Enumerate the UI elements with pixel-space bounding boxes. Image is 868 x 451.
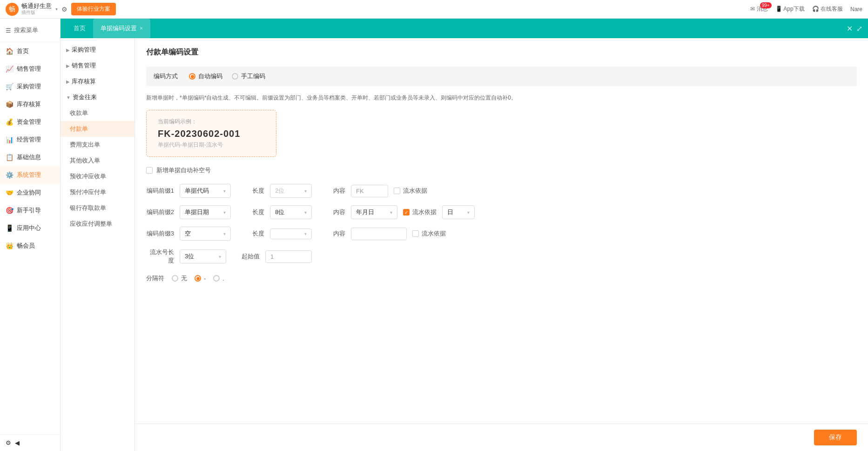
member-icon: 👑 xyxy=(6,242,13,249)
sidebar-item-member[interactable]: 👑 畅会员 xyxy=(0,237,60,255)
prefix1-serial-label: 流水依据 xyxy=(403,187,427,195)
logo-name: 畅通好生意 xyxy=(21,2,52,10)
sub-group-capital-header[interactable]: ▼ 资金往来 xyxy=(61,89,135,105)
sidebar-item-apps-label: 应用中心 xyxy=(17,224,41,232)
sidebar-item-operation[interactable]: 📊 经营管理 xyxy=(0,131,60,148)
sub-group-inventory-header[interactable]: ▶ 库存核算 xyxy=(61,74,135,89)
prefix1-length-select[interactable]: 2位 ▾ xyxy=(270,184,312,198)
sub-menu-expense[interactable]: 费用支出单 xyxy=(61,137,135,153)
top-bar-right: ✉ 消息 99+ 📱 App下载 🎧 在线客服 Nare xyxy=(750,5,862,13)
tab-home[interactable]: 首页 xyxy=(66,19,93,38)
footer-collapse-icon[interactable]: ◀ xyxy=(15,439,20,446)
sub-group-sales-header[interactable]: ▶ 销售管理 xyxy=(61,58,135,74)
prefix2-serial-unit-value: 日 xyxy=(447,208,453,216)
sep-dot-option[interactable]: . xyxy=(213,275,224,282)
sub-menu-advance-payment[interactable]: 预付冲应付单 xyxy=(61,184,135,200)
prefix2-length-value: 8位 xyxy=(275,208,284,216)
sub-menu-advance-receivable[interactable]: 预收冲应收单 xyxy=(61,168,135,184)
online-service[interactable]: 🎧 在线客服 xyxy=(812,5,843,13)
prefix3-content-input[interactable] xyxy=(351,228,407,240)
sidebar-item-purchase[interactable]: 🛒 采购管理 xyxy=(0,78,60,95)
dropdown-arrow-icon[interactable]: ▾ xyxy=(55,7,58,12)
sidebar-item-home[interactable]: 🏠 首页 xyxy=(0,42,60,60)
search-menu[interactable]: ☰ 搜索菜单 xyxy=(6,23,54,37)
prefix2-length-select[interactable]: 8位 ▾ xyxy=(270,205,312,219)
sub-group-sales-label: 销售管理 xyxy=(72,61,96,70)
auto-fill-checkbox[interactable] xyxy=(146,167,153,174)
system-icon: ⚙️ xyxy=(6,171,13,179)
manual-code-radio[interactable]: 手工编码 xyxy=(232,72,265,81)
sub-menu-advance-payment-label: 预付冲应付单 xyxy=(70,188,106,195)
user-area[interactable]: Nare xyxy=(850,6,862,13)
sep-none-label: 无 xyxy=(181,274,187,283)
sub-menu-receipt[interactable]: 收款单 xyxy=(61,105,135,121)
sidebar-item-basic[interactable]: 📋 基础信息 xyxy=(0,148,60,166)
sidebar-item-enterprise[interactable]: 🤝 企业协同 xyxy=(0,184,60,202)
prefix2-serial-unit-select[interactable]: 日 ▾ xyxy=(442,205,475,219)
save-button[interactable]: 保存 xyxy=(814,430,857,445)
sub-group-purchase: ▶ 采购管理 xyxy=(61,42,135,58)
prefix3-select[interactable]: 空 ▾ xyxy=(180,227,231,241)
prefix2-select[interactable]: 单据日期 ▾ xyxy=(180,205,231,219)
serial-length-value: 3位 xyxy=(185,252,194,261)
sub-group-purchase-label: 采购管理 xyxy=(72,46,96,54)
sep-none-option[interactable]: 无 xyxy=(172,274,187,283)
sub-group-sales: ▶ 销售管理 xyxy=(61,58,135,74)
sidebar-item-finance[interactable]: 💰 资金管理 xyxy=(0,113,60,131)
sub-group-inventory: ▶ 库存核算 xyxy=(61,74,135,89)
prefix3-serial-check[interactable]: 流水依据 xyxy=(412,229,446,238)
sub-menu-payment-label: 付款单 xyxy=(70,125,88,132)
finance-icon: 💰 xyxy=(6,118,13,126)
prefix2-content-select[interactable]: 年月日 ▾ xyxy=(351,205,397,219)
messages-badge: 99+ xyxy=(760,2,772,8)
sub-menu-receipt-label: 收款单 xyxy=(70,109,88,116)
prefix1-serial-checkbox xyxy=(394,188,400,194)
prefix2-serial-label: 流水依据 xyxy=(412,208,437,216)
serial-length-select[interactable]: 3位 ▾ xyxy=(180,249,226,263)
footer-settings-icon[interactable]: ⚙ xyxy=(6,439,11,446)
sub-menu-bank-deposit[interactable]: 银行存取款单 xyxy=(61,200,135,216)
prefix2-serial-check[interactable]: ✓ 流水依据 xyxy=(403,208,437,216)
logo-icon: 畅 xyxy=(6,3,19,16)
prefix1-select[interactable]: 单据代码 ▾ xyxy=(180,184,231,198)
user-name: Nare xyxy=(850,6,862,13)
start-value-input[interactable] xyxy=(265,250,312,263)
sidebar-item-sales[interactable]: 📈 销售管理 xyxy=(0,60,60,78)
sidebar-item-finance-label: 资金管理 xyxy=(17,118,41,126)
tab-home-label: 首页 xyxy=(74,24,86,33)
messages-area[interactable]: ✉ 消息 99+ xyxy=(750,5,767,13)
sub-group-purchase-header[interactable]: ▶ 采购管理 xyxy=(61,42,135,58)
prefix3-length-select[interactable]: ▾ xyxy=(270,229,312,239)
tab-encoding[interactable]: 单据编码设置 × xyxy=(93,19,150,38)
prefix1-content-input[interactable] xyxy=(351,185,388,197)
tab-close-window-icon[interactable]: ✕ xyxy=(847,24,853,33)
sidebar-item-system[interactable]: ⚙️ 系统管理 xyxy=(0,166,60,184)
sep-dash-option[interactable]: - xyxy=(195,275,206,282)
settings-icon[interactable]: ⚙ xyxy=(61,6,67,13)
auto-fill-row: 新增单据自动补空号 xyxy=(146,166,857,175)
sub-menu-payment[interactable]: 付款单 xyxy=(61,121,135,137)
prefix3-select-value: 空 xyxy=(185,229,191,238)
sidebar-item-apps[interactable]: 📱 应用中心 xyxy=(0,219,60,237)
sub-menu-adjustment[interactable]: 应收应付调整单 xyxy=(61,216,135,232)
tab-close-icon[interactable]: × xyxy=(140,25,143,32)
sub-group-sales-arrow: ▶ xyxy=(66,63,70,68)
top-bar: 畅 畅通好生意 插件版 ▾ ⚙ 体验行业方案 ✉ 消息 99+ 📱 App下载 … xyxy=(0,0,868,19)
sub-menu-other-income[interactable]: 其他收入单 xyxy=(61,153,135,168)
experience-button[interactable]: 体验行业方案 xyxy=(71,3,116,15)
sidebar-item-guide[interactable]: 🎯 新手引导 xyxy=(0,202,60,219)
guide-icon: 🎯 xyxy=(6,207,13,214)
app-download[interactable]: 📱 App下载 xyxy=(775,5,805,13)
tab-expand-icon[interactable]: ⤢ xyxy=(856,24,862,33)
inventory-icon: 📦 xyxy=(6,101,13,108)
sub-menu-bank-deposit-label: 银行存取款单 xyxy=(70,204,106,211)
prefix3-label: 编码前缀3 xyxy=(146,229,174,238)
sidebar-item-inventory[interactable]: 📦 库存核算 xyxy=(0,95,60,113)
prefix1-serial-check[interactable]: 流水依据 xyxy=(394,187,427,195)
auto-code-radio[interactable]: 自动编码 xyxy=(189,72,222,81)
prefix3-length-label: 长度 xyxy=(236,229,264,238)
search-icon: ☰ xyxy=(6,27,11,34)
message-icon: ✉ xyxy=(750,6,755,12)
sidebar-item-home-label: 首页 xyxy=(17,47,29,55)
prefix3-serial-label: 流水依据 xyxy=(422,229,446,238)
